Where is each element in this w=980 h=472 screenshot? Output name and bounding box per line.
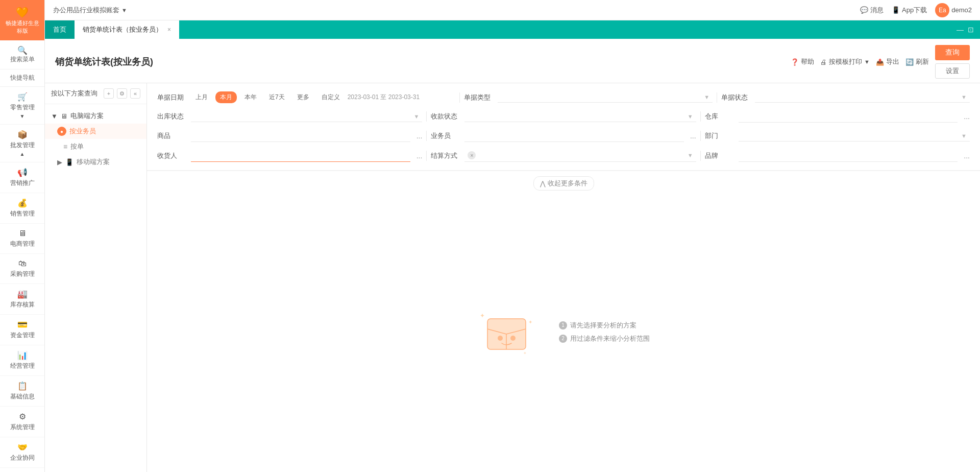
home-tab-label: 首页 bbox=[53, 25, 66, 34]
empty-hint-2: 2 用过滤条件来缩小分析范围 bbox=[559, 334, 650, 343]
tree-item-salesperson[interactable]: ● 按业务员 bbox=[45, 124, 146, 139]
message-button[interactable]: 💬 消息 bbox=[860, 6, 884, 15]
empty-text: 1 请先选择要分析的方案 2 用过滤条件来缩小分析范围 bbox=[559, 321, 650, 347]
svg-text:✦: ✦ bbox=[528, 319, 532, 325]
consignee-input[interactable] bbox=[191, 150, 410, 162]
print-button[interactable]: 🖨 按模板打印 ▼ bbox=[820, 57, 870, 66]
sidebar-item-enterprise[interactable]: 🤝 企业协同 bbox=[0, 437, 44, 468]
wholesale-label: 批发管理 bbox=[10, 141, 35, 150]
help-link[interactable]: ❓ 帮助 bbox=[791, 57, 814, 66]
goods-label: 商品 bbox=[157, 131, 187, 140]
mobile-group-icon: 📱 bbox=[65, 158, 74, 166]
tab-close-icon[interactable]: × bbox=[167, 26, 171, 33]
tab-active[interactable]: 销货单统计表（按业务员） × bbox=[75, 20, 179, 39]
doctype-select[interactable]: ▼ bbox=[498, 92, 713, 103]
collectstatus-select[interactable]: ▼ bbox=[464, 111, 696, 122]
goods-input[interactable] bbox=[191, 130, 410, 142]
finance-label: 资金管理 bbox=[10, 331, 35, 340]
filter-row-1: 单据日期 上月 本月 本年 近7天 更多 自定义 2023-03-01 至 20… bbox=[157, 91, 970, 103]
sidebar-item-retail[interactable]: 🛒 零售管理 ▼ bbox=[0, 87, 44, 125]
export-button[interactable]: 📤 导出 bbox=[876, 57, 899, 66]
logo-text: 畅捷通好生意 标版 bbox=[6, 20, 39, 34]
purchase-label: 采购管理 bbox=[10, 270, 35, 278]
consignee-dots[interactable]: ... bbox=[416, 152, 423, 160]
collapse-panel-button[interactable]: « bbox=[130, 88, 140, 99]
header-right: 💬 消息 📱 App下载 Ea demo2 bbox=[860, 3, 972, 17]
sidebar-item-marketing[interactable]: 📢 营销推广 bbox=[0, 162, 44, 193]
svg-text:✦: ✦ bbox=[480, 312, 485, 319]
dept-label: 部门 bbox=[705, 131, 734, 140]
sidebar-item-purchase[interactable]: 🛍 采购管理 bbox=[0, 254, 44, 284]
refresh-button[interactable]: 🔄 刷新 bbox=[905, 57, 929, 66]
basicinfo-icon: 📋 bbox=[17, 381, 28, 391]
sidebar-item-newuser[interactable]: 📖 新手引导 bbox=[0, 468, 44, 472]
app-logo[interactable]: 🧡 畅捷通好生意 标版 bbox=[0, 0, 44, 40]
hint-num-2: 2 bbox=[559, 335, 567, 343]
quick-nav[interactable]: 快捷导航 bbox=[0, 69, 44, 87]
app-download-button[interactable]: 📱 App下载 bbox=[892, 6, 927, 15]
filter-item-collectstatus: 收款状态 ▼ bbox=[431, 111, 696, 122]
maximize-button[interactable]: ⊡ bbox=[968, 26, 974, 34]
print-label: 按模板打印 bbox=[829, 57, 862, 66]
sidebar-item-sales[interactable]: 💰 销售管理 bbox=[0, 193, 44, 224]
minimize-button[interactable]: — bbox=[957, 26, 964, 34]
settings-button[interactable]: 设置 bbox=[935, 63, 970, 79]
marketing-label: 营销推广 bbox=[10, 179, 35, 187]
brand-input[interactable] bbox=[739, 150, 958, 162]
docstatus-select[interactable]: ▼ bbox=[755, 92, 970, 103]
sidebar-search[interactable]: 🔍 搜索菜单 bbox=[0, 40, 44, 69]
tree-sub-item-order[interactable]: ≡ 按单 bbox=[45, 139, 146, 154]
collapse-conditions-button[interactable]: ⋀ 收起更多条件 bbox=[533, 176, 594, 191]
collectstatus-dropdown-icon: ▼ bbox=[688, 113, 693, 120]
brand-dots[interactable]: ... bbox=[964, 152, 970, 160]
add-scheme-button[interactable]: + bbox=[104, 88, 114, 99]
filter-item-settle: 结算方式 × ▼ bbox=[431, 149, 696, 162]
tab-home[interactable]: 首页 bbox=[45, 20, 75, 39]
filter-item-date: 单据日期 上月 本月 本年 近7天 更多 自定义 2023-03-01 至 20… bbox=[157, 91, 455, 103]
mobile-group-header[interactable]: ▶ 📱 移动端方案 bbox=[45, 154, 146, 170]
settle-select[interactable]: × ▼ bbox=[464, 149, 696, 162]
settle-dropdown-icon: ▼ bbox=[688, 152, 693, 158]
salesman-dots[interactable]: ... bbox=[690, 132, 696, 140]
sidebar-item-inventory[interactable]: 🏭 库存核算 bbox=[0, 284, 44, 315]
scheme-settings-button[interactable]: ⚙ bbox=[117, 88, 127, 99]
sidebar-item-operations[interactable]: 📊 经营管理 bbox=[0, 345, 44, 376]
header-left: 办公用品行业模拟账套 ▼ bbox=[53, 6, 127, 15]
company-selector[interactable]: 办公用品行业模拟账套 ▼ bbox=[53, 6, 127, 15]
pc-group-header[interactable]: ▼ 🖥 电脑端方案 bbox=[45, 108, 146, 124]
date-btn-more[interactable]: 更多 bbox=[292, 91, 314, 103]
doctype-label: 单据类型 bbox=[464, 93, 494, 102]
settle-clear-button[interactable]: × bbox=[468, 151, 476, 159]
app-download-label: App下载 bbox=[902, 6, 927, 15]
date-btn-7days[interactable]: 近7天 bbox=[264, 91, 289, 103]
pc-group-expand-icon: ▼ bbox=[51, 112, 58, 120]
date-filter: 上月 本月 本年 近7天 更多 自定义 2023-03-01 至 2023-03… bbox=[191, 91, 455, 103]
date-btn-last-month[interactable]: 上月 bbox=[191, 91, 212, 103]
export-icon: 📤 bbox=[876, 58, 884, 66]
collapse-bar: ⋀ 收起更多条件 bbox=[147, 171, 980, 196]
dept-select[interactable]: ▼ bbox=[739, 131, 970, 141]
salesman-label: 业务员 bbox=[431, 131, 460, 140]
salesman-input[interactable] bbox=[464, 130, 684, 142]
active-tab-label: 销货单统计表（按业务员） bbox=[83, 25, 162, 34]
date-btn-custom[interactable]: 自定义 bbox=[317, 91, 345, 103]
sidebar-item-system[interactable]: ⚙ 系统管理 bbox=[0, 407, 44, 437]
svg-text:✦: ✦ bbox=[523, 351, 527, 356]
date-btn-this-month[interactable]: 本月 bbox=[215, 91, 237, 103]
avatar-text: Ea bbox=[939, 7, 946, 14]
warehouse-input[interactable] bbox=[739, 110, 958, 123]
date-btn-this-year[interactable]: 本年 bbox=[240, 91, 261, 103]
sidebar-item-finance[interactable]: 💳 资金管理 bbox=[0, 315, 44, 345]
content-body: 按以下方案查询 + ⚙ « ▼ 🖥 电脑端方案 ● 按业务员 bbox=[45, 83, 980, 472]
warehouse-dots[interactable]: ... bbox=[964, 112, 970, 121]
sidebar-item-wholesale[interactable]: 📦 批发管理 ▲ bbox=[0, 125, 44, 162]
filter-item-warehouse: 仓库 ... bbox=[705, 110, 970, 123]
outstatus-select[interactable]: ▼ bbox=[191, 111, 422, 122]
collapse-label: 收起更多条件 bbox=[548, 179, 587, 188]
sidebar-item-basicinfo[interactable]: 📋 基础信息 bbox=[0, 376, 44, 407]
user-menu[interactable]: Ea demo2 bbox=[935, 3, 972, 17]
sidebar-item-ecommerce[interactable]: 🖥 电商管理 bbox=[0, 224, 44, 254]
goods-dots[interactable]: ... bbox=[416, 132, 423, 140]
query-button[interactable]: 查询 bbox=[935, 45, 970, 60]
empty-box-svg: ✦ ✦ ✦ bbox=[477, 309, 538, 360]
